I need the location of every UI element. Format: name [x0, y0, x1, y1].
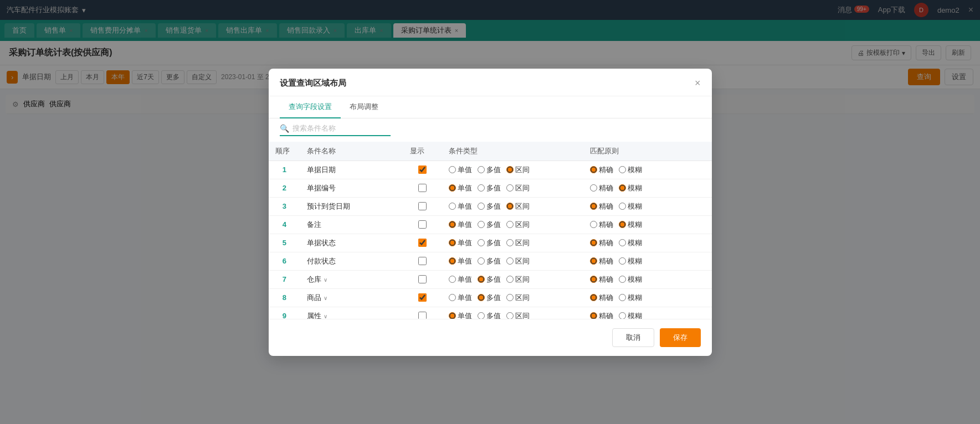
modal-overlay[interactable]: 设置查询区域布局 × 查询字段设置 布局调整 🔍	[0, 0, 980, 120]
modal-title: 设置查询区域布局	[280, 78, 346, 89]
modal-tab-fields[interactable]: 查询字段设置	[280, 96, 341, 118]
modal-tab-layout[interactable]: 布局调整	[341, 96, 387, 118]
modal: 设置查询区域布局 × 查询字段设置 布局调整 🔍	[269, 69, 712, 120]
modal-header: 设置查询区域布局 ×	[269, 69, 712, 96]
modal-tabs: 查询字段设置 布局调整	[269, 96, 712, 118]
modal-close-button[interactable]: ×	[695, 77, 701, 89]
modal-search: 🔍	[269, 118, 712, 120]
